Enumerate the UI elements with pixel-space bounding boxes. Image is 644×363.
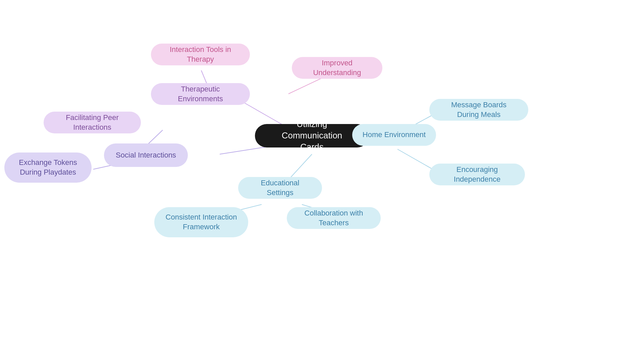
interaction-tools-node: Interaction Tools in Therapy (151, 44, 250, 65)
consistent-framework-node: Consistent Interaction Framework (154, 207, 248, 237)
educational-settings-node: Educational Settings (238, 177, 322, 199)
exchange-tokens-node: Exchange Tokens During Playdates (4, 153, 92, 183)
center-node: Utilizing Communication Cards (255, 124, 369, 147)
message-boards-node: Message Boards During Meals (429, 99, 528, 121)
svg-line-2 (288, 76, 325, 94)
home-environment-node: Home Environment (352, 124, 436, 146)
collaboration-teachers-node: Collaboration with Teachers (287, 207, 381, 229)
social-interactions-node: Social Interactions (104, 143, 188, 167)
improved-understanding-node: Improved Understanding (292, 57, 382, 79)
therapeutic-environments-node: Therapeutic Environments (151, 83, 250, 105)
facilitating-peer-node: Facilitating Peer Interactions (44, 112, 141, 133)
encouraging-independence-node: Encouraging Independence (429, 164, 525, 185)
